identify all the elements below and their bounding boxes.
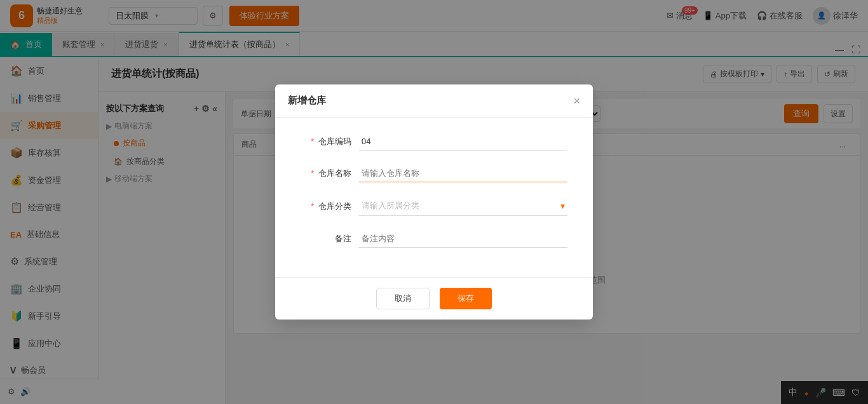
form-row-category: * 仓库分类 请输入所属分类 ▾ xyxy=(301,196,567,216)
remarks-input[interactable] xyxy=(359,230,567,248)
required-indicator: * xyxy=(311,168,314,178)
chevron-down-icon: ▾ xyxy=(560,201,565,211)
modal-body: * 仓库编码 * 仓库名称 * 仓库分类 请输入所属 xyxy=(275,118,593,277)
cancel-button[interactable]: 取消 xyxy=(376,288,430,309)
modal-footer: 取消 保存 xyxy=(275,277,593,320)
form-row-code: * 仓库编码 xyxy=(301,133,567,151)
add-warehouse-modal: 新增仓库 × * 仓库编码 * 仓库名称 xyxy=(275,84,593,320)
form-row-name: * 仓库名称 xyxy=(301,165,567,182)
warehouse-category-label: * 仓库分类 xyxy=(301,201,351,212)
required-indicator: * xyxy=(311,201,314,211)
required-indicator: * xyxy=(311,137,314,146)
modal-title: 新增仓库 xyxy=(288,95,326,107)
modal-header: 新增仓库 × xyxy=(275,84,593,118)
warehouse-name-label: * 仓库名称 xyxy=(301,168,351,179)
remarks-label: 备注 xyxy=(301,233,351,245)
warehouse-name-input[interactable] xyxy=(359,165,567,182)
modal-close-button[interactable]: × xyxy=(573,95,580,107)
warehouse-code-label: * 仓库编码 xyxy=(301,136,351,147)
form-row-remarks: 备注 xyxy=(301,230,567,248)
warehouse-category-select[interactable]: 请输入所属分类 ▾ xyxy=(359,196,567,216)
save-button[interactable]: 保存 xyxy=(440,288,492,309)
warehouse-code-input[interactable] xyxy=(359,133,567,151)
modal-overlay[interactable]: 新增仓库 × * 仓库编码 * 仓库名称 xyxy=(0,0,868,404)
